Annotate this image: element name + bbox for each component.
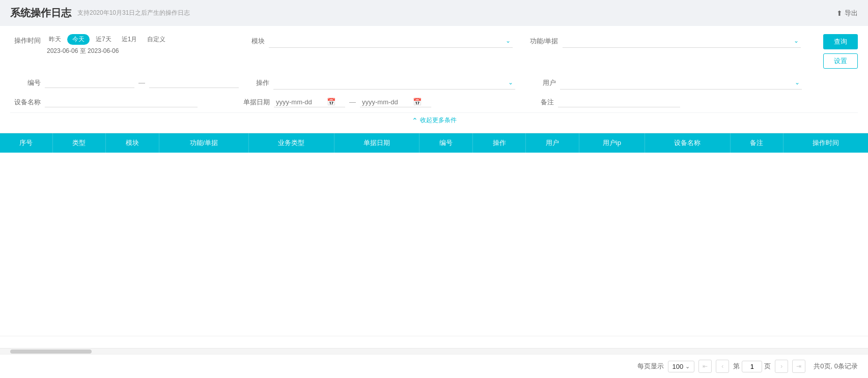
scroll-track[interactable] — [0, 348, 868, 354]
per-page-label: 每页显示 — [637, 362, 664, 371]
operation-dropdown-icon: ⌄ — [508, 79, 513, 86]
next-page-btn[interactable]: › — [775, 360, 788, 373]
module-label: 模块 — [234, 37, 265, 46]
user-select[interactable]: ⌄ — [560, 76, 802, 90]
page-prefix: 第 — [733, 362, 740, 371]
page-subtitle: 支持2020年10月31日之后产生的操作日志 — [77, 9, 190, 17]
remark-label: 备注 — [523, 98, 554, 107]
page-info: 第 页 — [733, 361, 771, 372]
voucher-date-end[interactable] — [362, 98, 413, 106]
calendar-end-icon[interactable]: 📅 — [413, 98, 422, 106]
calendar-start-icon[interactable]: 📅 — [327, 98, 335, 106]
operation-label: 操作 — [239, 78, 269, 88]
user-dropdown-icon: ⌄ — [795, 79, 800, 86]
column-header: 操作 — [472, 133, 525, 153]
voucher-date-start[interactable] — [276, 98, 327, 106]
date-separator: — — [349, 98, 356, 106]
voucher-date-label: 单据日期 — [234, 98, 270, 107]
no-input-end[interactable] — [149, 78, 239, 88]
column-header: 操作时间 — [783, 133, 868, 153]
voucher-date-end-wrap: 📅 — [360, 97, 431, 107]
action-buttons: 查询 设置 — [823, 34, 858, 69]
collapse-bar[interactable]: ⌃ 收起更多条件 — [10, 112, 858, 128]
prev-page-btn[interactable]: ‹ — [716, 360, 729, 373]
func-dropdown-icon: ⌄ — [794, 37, 799, 44]
table-body — [0, 153, 868, 336]
user-select-content — [562, 77, 793, 88]
total-info: 共0页, 0条记录 — [814, 362, 858, 371]
column-header: 业务类型 — [249, 133, 334, 153]
no-label: 编号 — [10, 78, 41, 88]
custom-btn[interactable]: 自定义 — [143, 34, 170, 45]
no-dash: — — [138, 79, 145, 86]
column-header: 功能/单据 — [159, 133, 248, 153]
page-size-arrow: ⌄ — [685, 363, 690, 370]
first-page-btn[interactable]: ⇤ — [698, 360, 712, 373]
column-header: 备注 — [730, 133, 783, 153]
settings-button[interactable]: 设置 — [823, 53, 858, 69]
operation-select-content — [275, 77, 506, 88]
last-page-btn[interactable]: ⇥ — [792, 360, 805, 373]
remark-input[interactable] — [558, 97, 680, 107]
device-input[interactable] — [45, 97, 198, 107]
time-label: 操作时间 — [10, 36, 41, 45]
collapse-icon: ⌃ — [412, 117, 418, 125]
column-header: 设备名称 — [645, 133, 730, 153]
page-size-select[interactable]: 100 ⌄ — [668, 361, 695, 372]
func-select-content — [565, 35, 792, 46]
column-header: 用户ip — [579, 133, 645, 153]
operation-select[interactable]: ⌄ — [273, 76, 515, 90]
device-label: 设备名称 — [10, 98, 41, 107]
module-select[interactable]: ⌄ — [269, 34, 513, 48]
table-wrapper: 序号类型模块功能/单据业务类型单据日期编号操作用户用户ip设备名称备注操作时间 — [0, 133, 868, 348]
data-table: 序号类型模块功能/单据业务类型单据日期编号操作用户用户ip设备名称备注操作时间 — [0, 133, 868, 336]
column-header: 用户 — [526, 133, 579, 153]
module-select-content — [271, 35, 503, 46]
column-header: 序号 — [0, 133, 52, 153]
pagination: 每页显示 100 ⌄ ⇤ ‹ 第 页 › ⇥ 共0页, 0条记录 — [0, 354, 868, 378]
scroll-thumb[interactable] — [10, 350, 92, 354]
module-dropdown-icon: ⌄ — [506, 37, 511, 44]
column-header: 单据日期 — [334, 133, 419, 153]
column-header: 类型 — [52, 133, 105, 153]
empty-state — [4, 158, 864, 331]
date-range-display: 2023-06-06 至 2023-06-06 — [45, 47, 170, 55]
page-number-input[interactable] — [742, 361, 762, 372]
export-label: 导出 — [845, 9, 858, 18]
last1m-btn[interactable]: 近1月 — [118, 34, 142, 45]
page-title: 系统操作日志 — [10, 6, 71, 20]
func-select[interactable]: ⌄ — [563, 34, 801, 48]
table-header-row: 序号类型模块功能/单据业务类型单据日期编号操作用户用户ip设备名称备注操作时间 — [0, 133, 868, 153]
filter-area: 操作时间 昨天 今天 近7天 近1月 自定义 2023-06-06 至 2023… — [0, 26, 868, 133]
collapse-label: 收起更多条件 — [420, 116, 457, 125]
func-label: 功能/单据 — [523, 37, 558, 46]
column-header: 模块 — [106, 133, 159, 153]
page-header: 系统操作日志 支持2020年10月31日之后产生的操作日志 ⬆ 导出 — [0, 0, 868, 26]
last7-btn[interactable]: 近7天 — [92, 34, 116, 45]
page-size-value: 100 — [673, 363, 684, 370]
export-icon: ⬆ — [836, 9, 843, 17]
yesterday-btn[interactable]: 昨天 — [45, 34, 65, 45]
export-button[interactable]: ⬆ 导出 — [836, 9, 858, 18]
column-header: 编号 — [419, 133, 472, 153]
query-button[interactable]: 查询 — [823, 34, 858, 49]
user-label: 用户 — [525, 78, 556, 88]
page-suffix: 页 — [764, 362, 771, 371]
voucher-date-start-wrap: 📅 — [274, 97, 345, 107]
today-btn[interactable]: 今天 — [67, 34, 90, 45]
no-input-start[interactable] — [45, 78, 134, 88]
